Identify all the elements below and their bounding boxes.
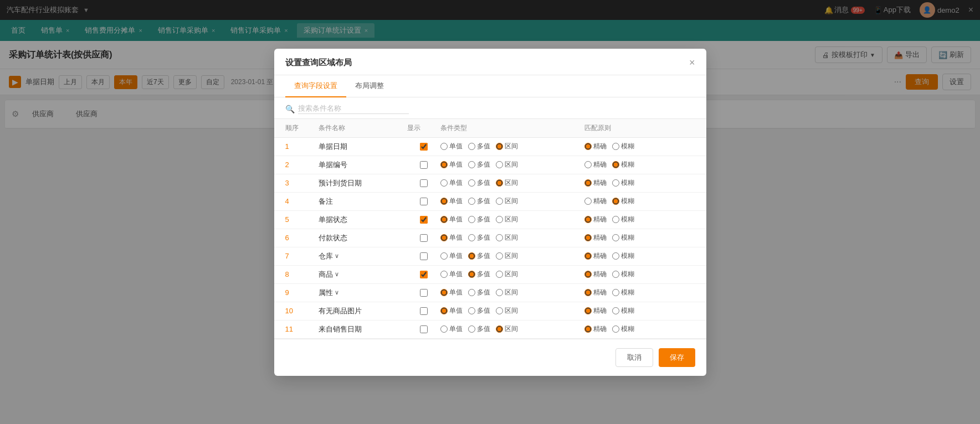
match-match_exact-label[interactable]: 精确 bbox=[584, 233, 607, 242]
type-type_range-label[interactable]: 区间 bbox=[496, 197, 518, 206]
type-type_multi-radio[interactable] bbox=[468, 143, 475, 150]
type-type_multi-radio[interactable] bbox=[468, 307, 475, 314]
match-match_exact-label[interactable]: 精确 bbox=[584, 306, 607, 316]
match-match_fuzzy-radio[interactable] bbox=[612, 198, 619, 205]
match-match_fuzzy-label[interactable]: 模糊 bbox=[612, 270, 634, 279]
search-input[interactable] bbox=[298, 104, 409, 114]
match-match_exact-label[interactable]: 精确 bbox=[584, 178, 607, 188]
type-type_range-radio[interactable] bbox=[496, 307, 503, 314]
match-match_exact-radio[interactable] bbox=[584, 234, 592, 241]
match-match_fuzzy-radio[interactable] bbox=[612, 307, 619, 314]
match-match_exact-radio[interactable] bbox=[584, 307, 592, 314]
type-type_single-radio[interactable] bbox=[440, 252, 448, 260]
display-checkbox[interactable] bbox=[420, 325, 428, 333]
match-match_exact-radio[interactable] bbox=[584, 252, 592, 260]
type-type_multi-radio[interactable] bbox=[468, 161, 475, 168]
cancel-button[interactable]: 取消 bbox=[615, 348, 653, 367]
type-type_multi-label[interactable]: 多值 bbox=[468, 215, 490, 224]
match-match_exact-label[interactable]: 精确 bbox=[584, 324, 607, 334]
match-match_fuzzy-radio[interactable] bbox=[612, 161, 619, 168]
match-match_exact-radio[interactable] bbox=[584, 161, 592, 168]
type-type_multi-radio[interactable] bbox=[468, 289, 475, 296]
type-type_range-radio[interactable] bbox=[496, 216, 503, 223]
expand-arrow-icon[interactable]: ∨ bbox=[335, 271, 339, 278]
tab-query-fields[interactable]: 查询字段设置 bbox=[285, 75, 346, 97]
type-type_range-radio[interactable] bbox=[496, 179, 503, 187]
expand-arrow-icon[interactable]: ∨ bbox=[335, 252, 339, 260]
type-type_single-radio[interactable] bbox=[440, 271, 448, 278]
type-type_single-label[interactable]: 单值 bbox=[440, 178, 463, 188]
match-match_fuzzy-label[interactable]: 模糊 bbox=[612, 233, 634, 242]
match-match_exact-radio[interactable] bbox=[584, 289, 592, 296]
display-checkbox[interactable] bbox=[420, 161, 428, 169]
type-type_single-radio[interactable] bbox=[440, 307, 448, 314]
type-type_single-radio[interactable] bbox=[440, 216, 448, 223]
match-match_fuzzy-radio[interactable] bbox=[612, 325, 619, 333]
type-type_range-label[interactable]: 区间 bbox=[496, 215, 518, 224]
display-checkbox[interactable] bbox=[420, 216, 428, 224]
type-type_multi-label[interactable]: 多值 bbox=[468, 160, 490, 169]
type-type_single-label[interactable]: 单值 bbox=[440, 270, 463, 279]
match-match_exact-label[interactable]: 精确 bbox=[584, 270, 607, 279]
match-match_exact-label[interactable]: 精确 bbox=[584, 197, 607, 206]
match-match_fuzzy-label[interactable]: 模糊 bbox=[612, 251, 634, 261]
type-type_single-label[interactable]: 单值 bbox=[440, 251, 463, 261]
type-type_multi-radio[interactable] bbox=[468, 271, 475, 278]
display-checkbox[interactable] bbox=[420, 289, 428, 297]
match-match_fuzzy-label[interactable]: 模糊 bbox=[612, 288, 634, 297]
type-type_single-label[interactable]: 单值 bbox=[440, 306, 463, 316]
type-type_range-label[interactable]: 区间 bbox=[496, 142, 518, 151]
match-match_fuzzy-label[interactable]: 模糊 bbox=[612, 306, 634, 316]
type-type_range-radio[interactable] bbox=[496, 289, 503, 296]
match-match_fuzzy-radio[interactable] bbox=[612, 216, 619, 223]
type-type_multi-radio[interactable] bbox=[468, 252, 475, 260]
type-type_range-radio[interactable] bbox=[496, 198, 503, 205]
type-type_range-radio[interactable] bbox=[496, 234, 503, 241]
type-type_multi-radio[interactable] bbox=[468, 234, 475, 241]
type-type_range-radio[interactable] bbox=[496, 271, 503, 278]
match-match_fuzzy-radio[interactable] bbox=[612, 252, 619, 260]
type-type_single-label[interactable]: 单值 bbox=[440, 324, 463, 334]
match-match_fuzzy-label[interactable]: 模糊 bbox=[612, 178, 634, 188]
type-type_range-label[interactable]: 区间 bbox=[496, 288, 518, 297]
match-match_exact-radio[interactable] bbox=[584, 198, 592, 205]
display-checkbox[interactable] bbox=[420, 179, 428, 187]
match-match_exact-radio[interactable] bbox=[584, 216, 592, 223]
type-type_range-label[interactable]: 区间 bbox=[496, 251, 518, 261]
type-type_range-radio[interactable] bbox=[496, 143, 503, 150]
tab-layout-adjust[interactable]: 布局调整 bbox=[346, 75, 393, 97]
type-type_multi-label[interactable]: 多值 bbox=[468, 270, 490, 279]
type-type_single-radio[interactable] bbox=[440, 143, 448, 150]
type-type_multi-radio[interactable] bbox=[468, 179, 475, 187]
type-type_single-label[interactable]: 单值 bbox=[440, 288, 463, 297]
expand-arrow-icon[interactable]: ∨ bbox=[335, 289, 339, 296]
match-match_fuzzy-radio[interactable] bbox=[612, 143, 619, 150]
type-type_multi-label[interactable]: 多值 bbox=[468, 142, 490, 151]
type-type_single-radio[interactable] bbox=[440, 161, 448, 168]
match-match_fuzzy-radio[interactable] bbox=[612, 234, 619, 241]
type-type_single-radio[interactable] bbox=[440, 234, 448, 241]
type-type_range-radio[interactable] bbox=[496, 325, 503, 333]
match-match_exact-radio[interactable] bbox=[584, 325, 592, 333]
type-type_multi-radio[interactable] bbox=[468, 198, 475, 205]
type-type_multi-label[interactable]: 多值 bbox=[468, 288, 490, 297]
type-type_multi-label[interactable]: 多值 bbox=[468, 178, 490, 188]
match-match_fuzzy-label[interactable]: 模糊 bbox=[612, 197, 634, 206]
save-button[interactable]: 保存 bbox=[659, 348, 695, 367]
match-match_exact-label[interactable]: 精确 bbox=[584, 215, 607, 224]
type-type_single-radio[interactable] bbox=[440, 179, 448, 187]
match-match_exact-label[interactable]: 精确 bbox=[584, 142, 607, 151]
type-type_single-radio[interactable] bbox=[440, 198, 448, 205]
match-match_exact-radio[interactable] bbox=[584, 271, 592, 278]
match-match_fuzzy-radio[interactable] bbox=[612, 271, 619, 278]
type-type_single-label[interactable]: 单值 bbox=[440, 233, 463, 242]
display-checkbox[interactable] bbox=[420, 198, 428, 205]
type-type_multi-radio[interactable] bbox=[468, 325, 475, 333]
match-match_fuzzy-label[interactable]: 模糊 bbox=[612, 142, 634, 151]
dialog-close-button[interactable]: × bbox=[689, 58, 695, 68]
type-type_range-radio[interactable] bbox=[496, 161, 503, 168]
match-match_fuzzy-label[interactable]: 模糊 bbox=[612, 160, 634, 169]
type-type_multi-radio[interactable] bbox=[468, 216, 475, 223]
type-type_range-label[interactable]: 区间 bbox=[496, 160, 518, 169]
type-type_single-label[interactable]: 单值 bbox=[440, 215, 463, 224]
